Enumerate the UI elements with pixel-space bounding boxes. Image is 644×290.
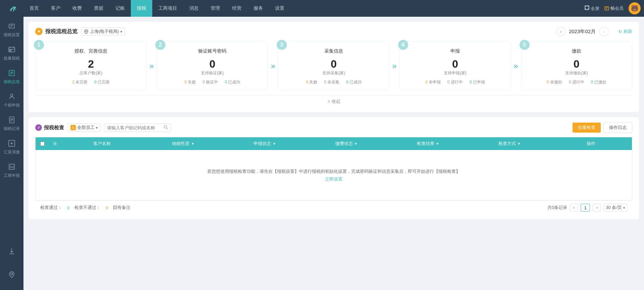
plus-icon: + xyxy=(35,28,43,35)
nav-accounting[interactable]: 记账 xyxy=(109,0,131,17)
th-customer-name: 客户名称 xyxy=(61,137,143,150)
sidebar-item-tax-settings[interactable]: 报税设置 xyxy=(0,18,23,42)
nav-fee[interactable]: 收费 xyxy=(66,0,88,17)
step-5-label: 支持缴款(家) xyxy=(526,70,627,76)
setup-link[interactable]: 立即设置 xyxy=(325,175,342,183)
prev-page-button[interactable]: ‹ xyxy=(570,204,578,212)
top-right-area: 全屏 畅会员 🐻 xyxy=(585,2,641,14)
step-5-stat-inprogress[interactable]: 0 进行中 xyxy=(569,79,584,85)
step-2-count: 0 xyxy=(162,58,263,70)
check-pass-label: 检查通过： xyxy=(40,205,62,211)
next-month-button[interactable]: › xyxy=(599,27,608,36)
filter-declare-status[interactable]: ▼ xyxy=(272,142,276,146)
svg-rect-0 xyxy=(585,6,589,10)
select-all-checkbox[interactable] xyxy=(40,142,45,146)
chevron-down-icon: ▾ xyxy=(623,206,625,210)
step-1-stats: 2 未完善 0 已完善 xyxy=(41,79,142,85)
step-3-label: 支持采集(家) xyxy=(283,70,384,76)
step-4-stats: 0 未申报 0 进行中 0 已申报 xyxy=(405,79,506,85)
collapse-button[interactable]: ∧ 收起 xyxy=(35,96,632,107)
individual-tax-icon xyxy=(8,93,15,101)
sidebar-item-tax-overview[interactable]: 报税总览 xyxy=(0,65,23,89)
nav-customer[interactable]: 客户 xyxy=(45,0,66,17)
member-btn[interactable]: 畅会员 xyxy=(604,5,624,11)
step-3-stat-success[interactable]: 0 已成功 xyxy=(346,79,362,85)
sidebar-item-annual-report[interactable]: 工商年报 xyxy=(0,159,23,183)
filter-check-method[interactable]: ▼ xyxy=(517,142,521,146)
batch-check-button[interactable]: 批量检查 xyxy=(573,123,601,133)
step-2-stat-pending[interactable]: 0 验证中 xyxy=(203,79,218,85)
check-fail-label: 检查不通过： xyxy=(74,205,101,211)
search-button[interactable] xyxy=(163,125,168,131)
step-2-stat-success[interactable]: 0 已成功 xyxy=(225,79,240,85)
per-page-selector[interactable]: 30 条/页 ▾ xyxy=(603,204,627,212)
filter-check-result[interactable]: ▼ xyxy=(436,142,439,146)
svg-point-30 xyxy=(54,143,56,144)
staff-filter[interactable]: 人 全部员工 ▾ xyxy=(67,123,101,132)
step-1-stat-incomplete[interactable]: 2 未完善 xyxy=(72,79,88,85)
prev-month-button[interactable]: ‹ xyxy=(556,27,566,36)
search-input[interactable] xyxy=(107,125,163,130)
th-checkbox[interactable] xyxy=(36,137,49,150)
check-fail-value[interactable]: 0 xyxy=(106,205,108,210)
step-5-count: 0 xyxy=(526,58,627,70)
fullscreen-btn[interactable]: 全屏 xyxy=(585,5,599,12)
step-5-stats: 0 未缴款 0 进行中 0 已缴款 xyxy=(526,79,627,85)
step-3-stat-uncollected[interactable]: 0 未采集 xyxy=(324,79,339,85)
th-declare-status: 申报状态 ▼ xyxy=(224,137,306,150)
step-2-stat-fail[interactable]: 0 失败 xyxy=(184,79,196,85)
tax-overview-icon xyxy=(8,69,15,78)
step-5-title: 缴款 xyxy=(526,48,627,54)
step-4-title: 申报 xyxy=(405,48,506,54)
staff-icon: 人 xyxy=(70,125,76,130)
step-4-count: 0 xyxy=(405,58,506,70)
sidebar-location[interactable] xyxy=(0,263,23,287)
nav-tax[interactable]: 报税 xyxy=(131,0,152,17)
nav-home[interactable]: 首页 xyxy=(23,0,45,17)
location-selector[interactable]: 上海(电子税局) ▾ xyxy=(81,27,125,35)
step-4-card: 4 申报 0 支持申报(家) 0 未申报 0 进行中 0 已申报 xyxy=(399,41,511,90)
step-4-stat-declared[interactable]: 0 已申报 xyxy=(470,79,485,85)
refresh-button[interactable]: ↻ 刷新 xyxy=(619,28,632,34)
step-1-stat-complete[interactable]: 0 已完善 xyxy=(94,79,110,85)
nav-business[interactable]: 工商项目 xyxy=(152,0,183,17)
tax-check-header: ✓ 报税检查 人 全部员工 ▾ 批量检查 操作日志 xyxy=(35,122,632,133)
nav-message[interactable]: 消息 xyxy=(183,0,205,17)
chevron-down-icon: ▾ xyxy=(120,30,122,33)
step-2-number: 2 xyxy=(155,40,165,50)
batch-tax-icon xyxy=(8,46,15,54)
total-count: 共0条记录 xyxy=(547,205,567,211)
step-5-stat-paid[interactable]: 0 已缴款 xyxy=(591,79,606,85)
nav-manage[interactable]: 管理 xyxy=(205,0,226,17)
user-avatar[interactable]: 🐻 xyxy=(629,2,641,14)
filter-tax-nature[interactable]: ▼ xyxy=(191,142,195,146)
check-pass-value[interactable]: 0 xyxy=(67,205,69,210)
step-4-stat-inprogress[interactable]: 0 进行中 xyxy=(447,79,463,85)
step-3-stat-fail[interactable]: 0 失败 xyxy=(306,79,317,85)
nav-service[interactable]: 服务 xyxy=(248,0,269,17)
sidebar-download[interactable] xyxy=(0,240,23,263)
svg-rect-2 xyxy=(9,24,14,28)
next-page-button[interactable]: › xyxy=(593,204,601,212)
sidebar-item-settlement[interactable]: 汇算清缴 xyxy=(0,136,23,159)
step-3-card: 3 采集信息 0 支持采集(家) 0 失败 0 未采集 0 已成功 xyxy=(278,41,390,90)
nav-operation[interactable]: 经营 xyxy=(226,0,248,17)
th-gear[interactable] xyxy=(49,137,61,150)
nav-invoice[interactable]: 票据 xyxy=(88,0,109,17)
sidebar-item-individual-tax[interactable]: 个税申报 xyxy=(0,89,23,112)
step-5-card: 5 缴款 0 支持缴款(家) 0 未缴款 0 进行中 0 已缴款 xyxy=(521,41,633,90)
step-1-label: 总客户数(家) xyxy=(41,70,142,76)
table-footer: 检查通过： 0 检查不通过： 0 囧有备注 共0条记录 ‹ 1 › 30 条/页… xyxy=(35,201,632,214)
filter-pay-status[interactable]: ▼ xyxy=(354,142,358,146)
sidebar-item-batch-tax[interactable]: 批量报税 xyxy=(0,42,23,65)
chevron-up-icon: ∧ xyxy=(327,99,332,104)
operation-log-button[interactable]: 操作日志 xyxy=(603,122,632,133)
nav-settings[interactable]: 设置 xyxy=(269,0,290,17)
svg-rect-9 xyxy=(10,50,11,51)
step-4-stat-undeclared[interactable]: 0 未申报 xyxy=(425,79,441,85)
sidebar-item-tax-record[interactable]: 报税记录 xyxy=(0,112,23,136)
search-wrapper xyxy=(104,124,171,132)
tax-record-icon xyxy=(8,116,15,125)
step-5-stat-unpaid[interactable]: 0 未缴款 xyxy=(547,79,562,85)
svg-point-14 xyxy=(11,94,13,96)
